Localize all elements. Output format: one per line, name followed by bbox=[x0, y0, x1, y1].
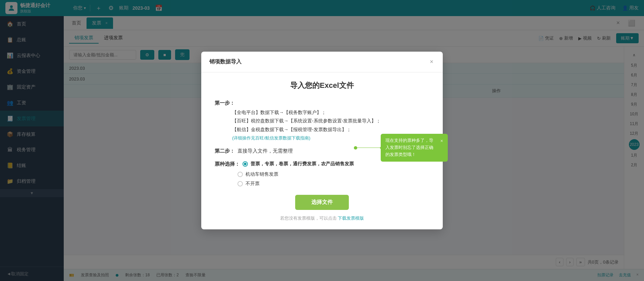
radio-option-2[interactable]: 机动车销售发票 bbox=[237, 171, 429, 177]
guide-link[interactable]: (详细操作见百旺/航信发票数据下载指南) bbox=[232, 135, 310, 140]
step-1-label: 第一步： bbox=[215, 100, 429, 106]
step-2-text: 直接导入文件，无需整理 bbox=[237, 148, 293, 154]
step-1-line-1: 【全电平台】数据下载→【税务数字账户】； bbox=[232, 108, 429, 117]
step-1-line-3: 【航信】金税盘数据下载→【报税管理-发票数据导出】； bbox=[232, 125, 429, 134]
extra-radios: 机动车销售发票 不开票 bbox=[237, 171, 429, 187]
radio-option-3[interactable]: 不开票 bbox=[237, 181, 429, 187]
modal-title: 销项数据导入 bbox=[209, 58, 241, 65]
radio-group: 普票，专票，卷票，通行费发票，农产品销售发票 bbox=[243, 161, 354, 167]
radio-circle-3 bbox=[237, 181, 243, 186]
step-1-line-2: 【百旺】税控盘数据下载→【系统设置-系统参数设置-发票批量导入】； bbox=[232, 117, 429, 125]
tooltip-close-btn[interactable]: × bbox=[440, 137, 443, 145]
tooltip-area: × 现在支持的票种多了，导入发票时别忘了选择正确的发票类型哦！ bbox=[356, 148, 382, 148]
select-file-btn[interactable]: 选择文件 bbox=[295, 195, 349, 210]
tooltip-text: 现在支持的票种多了，导入发票时别忘了选择正确的发票类型哦！ bbox=[385, 138, 433, 157]
modal-close-btn[interactable]: × bbox=[428, 57, 435, 67]
ticket-label: 票种选择： 普票，专票，卷票，通行费发票，农产品销售发票 bbox=[215, 161, 429, 167]
modal-header: 销项数据导入 × bbox=[201, 52, 443, 72]
download-note: 若您没有发票模版，可以点击 下载发票模版 bbox=[215, 215, 429, 221]
radio-circle-1 bbox=[243, 161, 248, 167]
tooltip-dot bbox=[354, 146, 357, 150]
modal-overlay: 销项数据导入 × 导入您的Excel文件 第一步： 【全电平台】数据下载→【税务… bbox=[0, 0, 644, 281]
ticket-section: 票种选择： 普票，专票，卷票，通行费发票，农产品销售发票 bbox=[215, 161, 429, 187]
radio-option-1[interactable]: 普票，专票，卷票，通行费发票，农产品销售发票 bbox=[243, 161, 354, 167]
download-template-link[interactable]: 下载发票模版 bbox=[338, 216, 364, 221]
radio-circle-2 bbox=[237, 172, 243, 177]
tooltip-bubble: × 现在支持的票种多了，导入发票时别忘了选择正确的发票类型哦！ bbox=[381, 134, 448, 161]
modal-subtitle: 导入您的Excel文件 bbox=[215, 80, 429, 91]
radio-dot-1 bbox=[244, 163, 247, 165]
